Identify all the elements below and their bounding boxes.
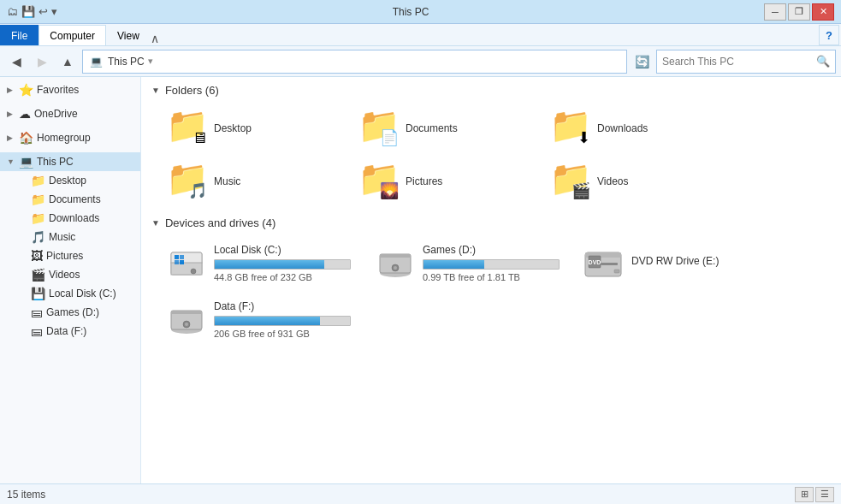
svg-rect-5	[175, 260, 179, 264]
videos-overlay-icon: 🎬	[572, 181, 590, 200]
refresh-button[interactable]: 🔄	[631, 50, 653, 73]
sidebar-item-label: This PC	[37, 156, 74, 168]
forward-button[interactable]: ▶	[31, 50, 53, 73]
address-path[interactable]: 💻 This PC ▾	[82, 50, 627, 74]
folder-item-pictures[interactable]: 📁 🌄 Pictures	[350, 157, 538, 206]
ribbon-tabs: File Computer View ∧ ?	[0, 24, 841, 46]
drive-name-f: Data (F:)	[214, 300, 356, 312]
drive-icon-e: DVD	[583, 242, 625, 283]
address-bar: ◀ ▶ ▲ 💻 This PC ▾ 🔄 🔍	[0, 46, 841, 77]
main-layout: ▶ ⭐ Favorites ▶ ☁ OneDrive ▶ 🏠 Homegroup…	[0, 77, 841, 483]
sidebar-item-label: Desktop	[49, 175, 86, 187]
search-input[interactable]	[662, 56, 816, 68]
drive-size-f: 206 GB free of 931 GB	[214, 329, 356, 339]
folder-item-videos[interactable]: 📁 🎬 Videos	[542, 157, 730, 206]
sidebar-item-desktop[interactable]: 📁 Desktop	[0, 171, 140, 190]
desktop-overlay-icon: 🖥	[192, 129, 207, 147]
folder-item-downloads[interactable]: 📁 ⬇ Downloads	[542, 104, 730, 153]
minimize-button[interactable]: ─	[764, 3, 786, 21]
sidebar-item-label: Homegroup	[37, 132, 91, 144]
sidebar-item-pictures[interactable]: 🖼 Pictures	[0, 246, 140, 265]
drive-item-d[interactable]: Games (D:) 0.99 TB free of 1.81 TB	[367, 236, 572, 289]
ribbon-chevron-icon[interactable]: ∧	[151, 32, 159, 45]
downloads-icon: 📁	[31, 211, 45, 225]
sidebar-item-label: Local Disk (C:)	[49, 288, 116, 299]
back-button[interactable]: ◀	[5, 50, 27, 73]
tab-view[interactable]: View	[106, 25, 151, 45]
sidebar-item-thispc[interactable]: ▼ 💻 This PC	[0, 152, 140, 171]
help-button[interactable]: ?	[819, 25, 839, 45]
localdisk-icon: 💾	[31, 287, 45, 300]
tab-computer[interactable]: Computer	[38, 25, 106, 45]
search-box[interactable]: 🔍	[656, 50, 836, 74]
search-icon: 🔍	[816, 55, 830, 68]
folder-name: Desktop	[214, 122, 252, 134]
sidebar-item-games[interactable]: 🖴 Games (D:)	[0, 303, 140, 322]
videos-icon: 🎬	[31, 268, 45, 282]
drive-size-d: 0.99 TB free of 1.81 TB	[423, 272, 565, 282]
sidebar-item-favorites[interactable]: ▶ ⭐ Favorites	[0, 80, 140, 99]
sidebar-item-localdisk[interactable]: 💾 Local Disk (C:)	[0, 284, 140, 303]
sidebar-item-homegroup[interactable]: ▶ 🏠 Homegroup	[0, 128, 140, 147]
svg-point-12	[394, 266, 397, 270]
restore-button[interactable]: ❐	[788, 3, 810, 21]
svg-rect-4	[180, 255, 184, 259]
sidebar-item-videos[interactable]: 🎬 Videos	[0, 265, 140, 284]
chevron-down-icon[interactable]: ▾	[51, 5, 57, 18]
svg-rect-2	[171, 263, 202, 275]
music-icon: 🎵	[31, 230, 45, 244]
drive-progress-c	[214, 259, 351, 270]
drive-item-f[interactable]: Data (F:) 206 GB free of 931 GB	[158, 293, 364, 346]
desktop-icon: 📁	[31, 174, 45, 187]
undo-icon: ↩	[38, 5, 48, 18]
folder-name: Videos	[597, 175, 628, 187]
sidebar-item-data[interactable]: 🖴 Data (F:)	[0, 322, 140, 341]
address-path-text: This PC	[108, 56, 145, 68]
drive-icon-c	[166, 242, 207, 283]
close-button[interactable]: ✕	[812, 3, 834, 21]
up-button[interactable]: ▲	[56, 50, 79, 73]
sidebar-item-label: Favorites	[37, 84, 79, 96]
expand-arrow-icon: ▶	[7, 110, 17, 118]
item-count: 15 items	[7, 489, 45, 501]
drive-item-e[interactable]: DVD DVD RW Drive (E:)	[576, 236, 781, 289]
folder-item-documents[interactable]: 📁 📄 Documents	[350, 104, 538, 153]
documents-icon: 📁	[31, 193, 45, 206]
drive-name-e: DVD RW Drive (E:)	[631, 255, 773, 267]
svg-rect-10	[380, 254, 411, 258]
drive-info-f: Data (F:) 206 GB free of 931 GB	[214, 300, 356, 339]
expand-arrow-icon: ▶	[7, 133, 17, 142]
svg-rect-3	[175, 255, 179, 259]
svg-point-7	[191, 269, 196, 274]
address-dropdown-icon[interactable]: ▾	[148, 56, 153, 67]
svg-rect-18	[614, 270, 619, 273]
folders-section-label: Folders (6)	[165, 84, 219, 97]
quickaccess-area: 🗂 💾 ↩ ▾	[7, 5, 57, 18]
downloads-overlay-icon: ⬇	[577, 128, 590, 147]
drive-name-d: Games (D:)	[423, 244, 565, 256]
tab-file[interactable]: File	[0, 25, 38, 45]
save-icon: 💾	[21, 5, 35, 18]
folder-item-music[interactable]: 📁 🎵 Music	[158, 157, 346, 206]
drive-icon-f	[166, 299, 207, 340]
sidebar-item-documents[interactable]: 📁 Documents	[0, 190, 140, 209]
svg-rect-17	[601, 263, 618, 265]
sidebar: ▶ ⭐ Favorites ▶ ☁ OneDrive ▶ 🏠 Homegroup…	[0, 77, 141, 483]
sidebar-item-onedrive[interactable]: ▶ ☁ OneDrive	[0, 104, 140, 123]
svg-rect-6	[180, 260, 184, 264]
list-view-button[interactable]: ☰	[815, 487, 834, 502]
view-buttons: ⊞ ☰	[795, 487, 834, 502]
drive-item-c[interactable]: Local Disk (C:) 44.8 GB free of 232 GB	[158, 236, 364, 289]
pictures-overlay-icon: 🌄	[380, 181, 399, 200]
folder-name: Documents	[406, 122, 458, 134]
window-title: This PC	[57, 6, 764, 18]
sidebar-item-downloads[interactable]: 📁 Downloads	[0, 209, 140, 228]
drive-info-e: DVD RW Drive (E:)	[631, 255, 773, 270]
sidebar-item-music[interactable]: 🎵 Music	[0, 228, 140, 246]
grid-view-button[interactable]: ⊞	[795, 487, 814, 502]
folder-icon-container: 📁 📄	[358, 108, 399, 149]
folder-icon-container: 📁 🎵	[166, 161, 207, 202]
sidebar-item-label: Data (F:)	[46, 325, 86, 337]
drives-grid: Local Disk (C:) 44.8 GB free of 232 GB	[151, 236, 831, 346]
folder-item-desktop[interactable]: 📁 🖥 Desktop	[158, 104, 346, 153]
